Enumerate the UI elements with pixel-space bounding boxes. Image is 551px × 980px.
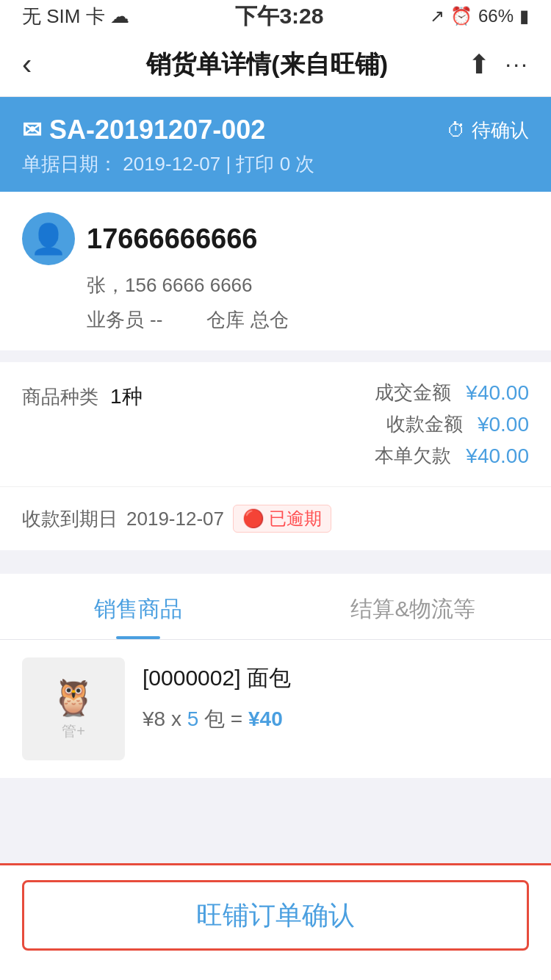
order-id-text: SA-20191207-002 — [49, 115, 265, 145]
date-label: 单据日期： — [22, 153, 118, 175]
customer-phone: 17666666666 — [87, 223, 257, 255]
sales-label: 业务员 — [87, 307, 144, 333]
back-button[interactable]: ‹ — [22, 48, 66, 81]
tab-settlement[interactable]: 结算&物流等 — [276, 574, 551, 639]
order-id: ✉ SA-20191207-002 — [22, 115, 265, 145]
status-bar: 无 SIM 卡 ☁ 下午3:28 ↗ ⏰ 66% ▮ — [0, 0, 551, 32]
sales-value: -- — [150, 309, 162, 331]
product-kind-value: 1种 — [110, 383, 143, 411]
customer-contact: 张，156 6666 6666 — [87, 273, 529, 298]
product-name-text: 面包 — [247, 666, 291, 690]
customer-meta: 业务员 -- 仓库 总仓 — [87, 307, 529, 333]
due-date: 2019-12-07 — [126, 508, 224, 530]
amount-label-2: 本单欠款 — [375, 443, 451, 469]
nav-actions: ⬆ ··· — [468, 49, 529, 80]
status-left: 无 SIM 卡 ☁ — [22, 4, 129, 29]
divider-1 — [0, 350, 551, 362]
tab-settlement-label: 结算&物流等 — [350, 597, 475, 621]
customer-section: 👤 17666666666 张，156 6666 6666 业务员 -- 仓库 … — [0, 192, 551, 350]
more-button[interactable]: ··· — [505, 51, 529, 78]
product-thumb-icon: 🦉 — [51, 677, 96, 718]
tab-sales-products-label: 销售商品 — [94, 597, 182, 621]
customer-row: 👤 17666666666 — [22, 212, 529, 265]
product-name: [0000002] 面包 — [143, 663, 529, 693]
amount-value-2: ¥40.00 — [466, 444, 529, 468]
product-thumb-text: 管+ — [62, 721, 85, 741]
warehouse-label: 仓库 — [206, 307, 245, 333]
overdue-icon: 🔴 — [242, 508, 264, 529]
product-total: ¥40 — [248, 707, 283, 730]
confirm-button[interactable]: 旺铺订单确认 — [22, 880, 529, 951]
overdue-badge: 🔴 已逾期 — [233, 505, 331, 533]
nav-bar: ‹ 销货单详情(来自旺铺) ⬆ ··· — [0, 32, 551, 97]
product-qty: 5 — [187, 707, 199, 730]
alarm-icon: ⏰ — [450, 6, 472, 26]
product-kind-label: 商品种类 — [22, 384, 98, 410]
order-status: ⏱ 待确认 — [447, 118, 529, 143]
tab-sales-products[interactable]: 销售商品 — [0, 574, 276, 639]
order-icon: ✉ — [22, 116, 42, 144]
header-date: 单据日期： 2019-12-07 | 打印 0 次 — [22, 151, 529, 177]
product-code: [0000002] — [143, 666, 240, 690]
product-kind: 商品种类 1种 — [22, 380, 143, 411]
amount-label-0: 成交金额 — [375, 380, 451, 406]
amounts: 成交金额 ¥40.00 收款金额 ¥0.00 本单欠款 ¥40.00 — [375, 380, 529, 469]
header-card: ✉ SA-20191207-002 ⏱ 待确认 单据日期： 2019-12-07… — [0, 97, 551, 192]
avatar-icon: 👤 — [30, 222, 67, 256]
print-info: | 打印 0 次 — [226, 153, 314, 175]
clock-icon: ⏱ — [447, 119, 466, 142]
overdue-text: 已逾期 — [269, 507, 322, 530]
battery-icon: ▮ — [519, 6, 529, 26]
product-info: [0000002] 面包 ¥8 x 5 包 = ¥40 — [143, 657, 529, 733]
amount-value-0: ¥40.00 — [466, 381, 529, 405]
amount-row-1: 收款金额 ¥0.00 — [386, 411, 529, 437]
product-price: ¥8 x 5 包 = ¥40 — [143, 705, 529, 733]
status-time: 下午3:28 — [235, 1, 323, 32]
no-sim-text: 无 SIM 卡 ☁ — [22, 4, 129, 29]
product-section: 🦉 管+ [0000002] 面包 ¥8 x 5 包 = ¥40 — [0, 640, 551, 778]
location-icon: ↗ — [430, 6, 444, 26]
battery-text: 66% — [478, 6, 514, 26]
warehouse-value: 总仓 — [251, 307, 289, 333]
amount-value-1: ¥0.00 — [478, 413, 529, 436]
due-label: 收款到期日 — [22, 506, 118, 532]
product-thumbnail: 🦉 管+ — [22, 657, 125, 760]
sales-info: 业务员 -- — [87, 307, 162, 333]
warehouse-info: 仓库 总仓 — [206, 307, 289, 333]
tabs-section: 销售商品 结算&物流等 — [0, 574, 551, 640]
equals-sign: = — [231, 707, 248, 730]
page-title: 销货单详情(来自旺铺) — [146, 48, 388, 82]
multiply-sign: x — [171, 707, 187, 730]
header-top: ✉ SA-20191207-002 ⏱ 待确认 — [22, 115, 529, 145]
confirm-button-wrapper: 旺铺订单确认 — [0, 863, 551, 980]
product-unit: 包 — [204, 707, 225, 730]
status-right: ↗ ⏰ 66% ▮ — [430, 6, 529, 26]
amount-row-2: 本单欠款 ¥40.00 — [375, 443, 529, 469]
amount-row-0: 成交金额 ¥40.00 — [375, 380, 529, 406]
export-button[interactable]: ⬆ — [468, 49, 490, 80]
due-section: 收款到期日 2019-12-07 🔴 已逾期 — [0, 486, 551, 550]
divider-2 — [0, 550, 551, 562]
date-value: 2019-12-07 — [123, 153, 220, 175]
avatar: 👤 — [22, 212, 75, 265]
price-value: ¥8 — [143, 707, 165, 730]
summary-section: 商品种类 1种 成交金额 ¥40.00 收款金额 ¥0.00 本单欠款 ¥40.… — [0, 362, 551, 486]
status-text: 待确认 — [472, 118, 529, 143]
amount-label-1: 收款金额 — [386, 411, 463, 437]
